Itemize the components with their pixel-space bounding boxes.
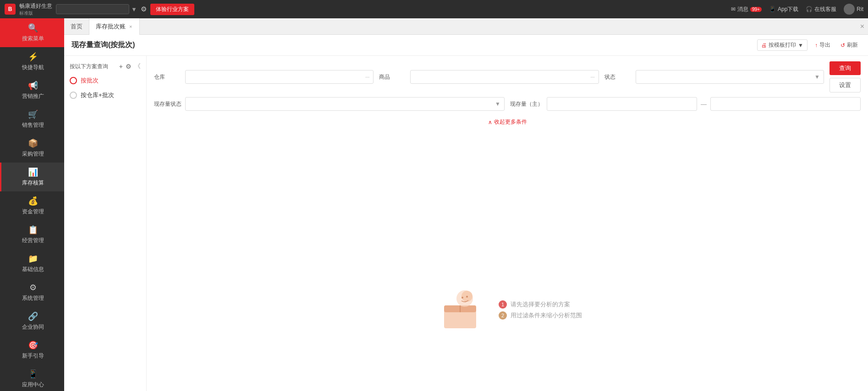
refresh-btn[interactable]: ↺ 刷新 [838, 40, 861, 50]
content-area: 首页 库存批次账 × × 现存量查询(按批次) 🖨 按模板打印 ▼ ↑ 导出 [64, 18, 868, 391]
enterprise-icon: 🔗 [28, 311, 38, 321]
sidebar-item-sales[interactable]: 🛒 销售管理 [0, 105, 64, 134]
scheme-header: 按以下方案查询 + ⚙ 《 [64, 60, 146, 73]
sidebar-label-inventory: 库存核算 [22, 179, 44, 187]
warehouse-input[interactable]: ··· [185, 70, 374, 84]
sidebar-item-app-center[interactable]: 📱 应用中心 [0, 364, 64, 391]
tab-inventory-batch-label: 库存批次账 [96, 22, 126, 31]
messages-btn[interactable]: ✉ 消息 99+ [731, 5, 762, 13]
trial-button[interactable]: 体验行业方案 [150, 4, 194, 15]
sidebar-label-basic-info: 基础信息 [22, 266, 44, 273]
app-center-icon: 📱 [28, 369, 38, 379]
inv-status-arrow[interactable]: ▼ [495, 101, 500, 107]
sidebar-item-marketing[interactable]: 📢 营销推广 [0, 76, 64, 105]
form-row-2: 现存量状态 ▼ 现存量（主） — [154, 97, 861, 111]
step-1-num: 1 [499, 300, 507, 309]
status-dropdown-arrow[interactable]: ▼ [814, 74, 820, 80]
inventory-qty-to[interactable] [710, 97, 861, 111]
collapse-scheme-btn[interactable]: 《 [134, 62, 141, 71]
add-scheme-btn[interactable]: + [119, 63, 123, 70]
inventory-status-select[interactable]: ▼ [185, 97, 505, 111]
svg-point-5 [461, 297, 463, 299]
sidebar-label-system: 系统管理 [22, 294, 44, 302]
scheme-header-label: 按以下方案查询 [70, 63, 108, 71]
app-download-btn[interactable]: 📱 App下载 [769, 5, 798, 13]
goods-input[interactable]: ··· [410, 70, 599, 84]
sidebar-item-finance[interactable]: 💰 资金管理 [0, 191, 64, 220]
empty-state: 1 请先选择要分析的方案 2 用过滤条件来缩小分析范围 [147, 229, 868, 391]
scheme-radio-active [70, 77, 77, 84]
sidebar-item-search[interactable]: 🔍 搜索菜单 [0, 18, 64, 47]
sidebar-item-inventory[interactable]: 📊 库存核算 [0, 163, 64, 191]
sidebar-item-quick-nav[interactable]: ⚡ 快捷导航 [0, 47, 64, 76]
collapse-more-label: 收起更多条件 [494, 118, 527, 126]
status-field: 状态 ▼ [604, 70, 824, 84]
sidebar-item-basic-info[interactable]: 📁 基础信息 [0, 249, 64, 278]
empty-step-2-text: 用过滤条件来缩小分析范围 [511, 311, 582, 320]
tabs-bar: 首页 库存批次账 × × [64, 18, 868, 35]
sidebar-label-app-center: 应用中心 [22, 381, 44, 389]
scheme-settings-btn[interactable]: ⚙ [126, 63, 132, 70]
export-icon: ↑ [815, 42, 818, 49]
tab-inventory-batch[interactable]: 库存批次账 × [89, 18, 140, 35]
sidebar-item-purchase[interactable]: 📦 采购管理 [0, 134, 64, 163]
collapse-more-btn[interactable]: ∧ 收起更多条件 [154, 115, 861, 129]
close-all-tabs-btn[interactable]: × [860, 22, 864, 31]
step-2-num: 2 [499, 311, 507, 320]
query-button[interactable]: 查询 [830, 61, 861, 75]
empty-step-2: 2 用过滤条件来缩小分析范围 [499, 311, 582, 320]
page-header: 现存量查询(按批次) 🖨 按模板打印 ▼ ↑ 导出 ↺ 刷新 [64, 35, 868, 56]
goods-label: 商品 [379, 73, 407, 81]
scheme-item-by-warehouse-batch[interactable]: 按仓库+批次 [64, 88, 146, 103]
page-title: 现存量查询(按批次) [71, 40, 135, 50]
print-label: 按模板打印 [769, 41, 796, 49]
inventory-status-label: 现存量状态 [154, 100, 181, 108]
app-version: 标准版 [19, 10, 52, 16]
print-dropdown-arrow[interactable]: ▼ [798, 42, 803, 49]
sidebar-label-quick-nav: 快捷导航 [22, 64, 44, 71]
top-bar-left: B 畅康通好生意 标准版 ▼ ⚙ 体验行业方案 [5, 2, 194, 16]
export-btn[interactable]: ↑ 导出 [812, 40, 833, 50]
top-bar: B 畅康通好生意 标准版 ▼ ⚙ 体验行业方案 ✉ 消息 99+ 📱 App下载… [0, 0, 868, 18]
query-form: 仓库 ··· 商品 ··· [147, 56, 868, 229]
tab-close-btn[interactable]: × [128, 24, 133, 29]
sidebar-item-operations[interactable]: 📋 经营管理 [0, 220, 64, 249]
warehouse-more[interactable]: ··· [365, 74, 369, 80]
quick-nav-icon: ⚡ [28, 52, 38, 62]
sidebar-label-finance: 资金管理 [22, 208, 44, 216]
warehouse-field: 仓库 ··· [154, 70, 374, 84]
print-btn[interactable]: 🖨 按模板打印 ▼ [757, 39, 808, 51]
empty-illustration [433, 287, 488, 333]
inventory-qty-label: 现存量（主） [510, 100, 543, 108]
qty-dash: — [701, 101, 707, 108]
scheme-item-by-batch[interactable]: 按批次 [64, 73, 146, 88]
messages-label: 消息 [737, 5, 748, 13]
search-input[interactable] [56, 4, 129, 14]
user-avatar[interactable]: Rit [844, 4, 863, 15]
sidebar-label-purchase: 采购管理 [22, 150, 44, 158]
empty-step-1-text: 请先选择要分析的方案 [511, 300, 570, 309]
app-logo: B [5, 4, 16, 15]
sidebar-item-system[interactable]: ⚙ 系统管理 [0, 278, 64, 307]
message-icon: ✉ [731, 6, 736, 12]
search-dropdown-arrow[interactable]: ▼ [131, 6, 137, 13]
gear-button[interactable]: ⚙ [141, 5, 147, 13]
company-name: 畅康通好生意 [19, 2, 52, 10]
marketing-icon: 📢 [28, 81, 38, 91]
online-service-btn[interactable]: 🎧 在线客服 [806, 5, 836, 13]
sidebar-item-enterprise[interactable]: 🔗 企业协同 [0, 307, 64, 336]
inventory-qty-field: 现存量（主） — [510, 97, 861, 111]
tab-home[interactable]: 首页 [64, 18, 89, 35]
inventory-status-field: 现存量状态 ▼ [154, 97, 505, 111]
operations-icon: 📋 [28, 225, 38, 235]
sidebar-item-new-guide[interactable]: 🎯 新手引导 [0, 336, 64, 364]
settings-button[interactable]: 设置 [830, 78, 861, 92]
inventory-qty-from[interactable] [547, 97, 697, 111]
purchase-icon: 📦 [28, 138, 38, 148]
print-icon: 🖨 [761, 42, 767, 49]
goods-more[interactable]: ··· [590, 74, 594, 80]
export-label: 导出 [819, 41, 830, 49]
top-bar-right: ✉ 消息 99+ 📱 App下载 🎧 在线客服 Rit [731, 4, 863, 15]
scheme-by-batch-label: 按批次 [81, 76, 99, 85]
status-select[interactable]: ▼ [636, 70, 824, 84]
